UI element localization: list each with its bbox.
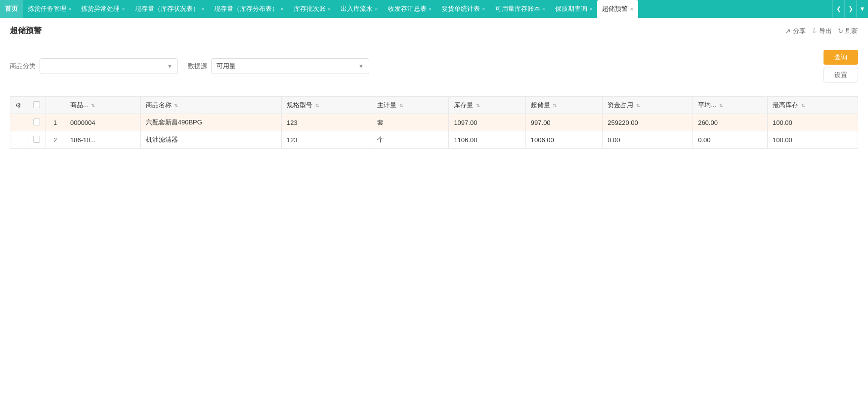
close-tab-pick-abnormal[interactable]: × <box>122 6 125 12</box>
gear-icon: ⚙ <box>15 102 21 109</box>
refresh-button[interactable]: ↻ 刷新 <box>838 27 858 36</box>
share-icon: ↗ <box>785 27 791 35</box>
nav-arrows-container: ❮ ❯ ▼ <box>832 0 868 18</box>
page-header: 超储预警 ↗ 分享 ⇩ 导出 ↻ 刷新 <box>10 26 858 36</box>
table-row: 1 0000004 六配套新昌490BPG 123 套 1097.00 997.… <box>10 114 858 131</box>
th-stock[interactable]: 库存量 ⇅ <box>449 97 525 114</box>
th-check[interactable] <box>28 97 45 114</box>
nav-tab-stock-dist[interactable]: 现存量（库存分布表） × <box>209 0 288 18</box>
top-navigation: 首页 拣货任务管理 × 拣货异常处理 × 现存量（库存状况表） × 现存量（库存… <box>0 0 868 18</box>
nav-next-arrow[interactable]: ❯ <box>844 0 856 18</box>
td-num-1: 1 <box>45 114 65 131</box>
share-button[interactable]: ↗ 分享 <box>785 27 806 36</box>
td-avg-2: 0.00 <box>693 131 768 149</box>
nav-tab-pick-abnormal[interactable]: 拣货异常处理 × <box>76 0 130 18</box>
main-content: 超储预警 ↗ 分享 ⇩ 导出 ↻ 刷新 商品分类 ▼ 数据源 <box>0 18 868 395</box>
nav-tab-batch[interactable]: 库存批次账 × <box>289 0 336 18</box>
nav-menu-arrow[interactable]: ▼ <box>856 0 868 18</box>
close-tab-summary[interactable]: × <box>429 6 432 12</box>
td-unit-2: 个 <box>372 131 448 149</box>
td-product-code-1: 0000004 <box>65 114 141 131</box>
category-filter: 商品分类 ▼ <box>10 58 178 74</box>
data-table: ⚙ 商品... ⇅ 商品名称 ⇅ 规格型号 ⇅ <box>10 96 858 149</box>
nav-home[interactable]: 首页 <box>0 0 23 18</box>
nav-tab-available[interactable]: 可用量库存账本 × <box>490 0 550 18</box>
nav-tab-inout[interactable]: 出入库流水 × <box>336 0 383 18</box>
th-unit[interactable]: 主计量 ⇅ <box>372 97 448 114</box>
close-tab-batch[interactable]: × <box>328 6 331 12</box>
sort-icon-stock: ⇅ <box>476 103 480 108</box>
refresh-icon: ↻ <box>838 27 843 35</box>
nav-tab-overstock[interactable]: 超储预警 × <box>597 0 638 18</box>
nav-tab-stock-status[interactable]: 现存量（库存状况表） × <box>130 0 209 18</box>
td-overstock-1: 997.00 <box>525 114 602 131</box>
action-buttons: 查询 设置 <box>824 50 858 82</box>
th-product-name[interactable]: 商品名称 ⇅ <box>140 97 281 114</box>
th-overstock[interactable]: 超储量 ⇅ <box>525 97 602 114</box>
td-capital-2: 0.00 <box>603 131 693 149</box>
td-overstock-2: 1006.00 <box>525 131 602 149</box>
close-tab-available[interactable]: × <box>542 6 545 12</box>
datasource-filter: 数据源 可用量 ▼ <box>188 58 369 74</box>
sort-icon-avg: ⇅ <box>719 103 723 108</box>
header-actions: ↗ 分享 ⇩ 导出 ↻ 刷新 <box>785 27 858 36</box>
settings-button[interactable]: 设置 <box>824 68 858 82</box>
close-tab-stock-dist[interactable]: × <box>280 6 283 12</box>
category-dropdown-arrow: ▼ <box>167 63 173 69</box>
nav-prev-arrow[interactable]: ❮ <box>832 0 844 18</box>
th-spec[interactable]: 规格型号 ⇅ <box>282 97 372 114</box>
nav-tab-quality[interactable]: 保质期查询 × <box>550 0 597 18</box>
filter-bar: 商品分类 ▼ 数据源 可用量 ▼ 查询 设置 <box>10 44 858 88</box>
datasource-dropdown-arrow: ▼ <box>358 63 364 69</box>
td-stock-1: 1097.00 <box>449 114 525 131</box>
datasource-label: 数据源 <box>188 62 207 71</box>
nav-tab-summary[interactable]: 收发存汇总表 × <box>383 0 436 18</box>
th-max-stock[interactable]: 最高库存 ⇅ <box>768 97 858 114</box>
td-spec-2: 123 <box>282 131 372 149</box>
th-capital[interactable]: 资金占用 ⇅ <box>603 97 693 114</box>
close-tab-stock-status[interactable]: × <box>201 6 204 12</box>
datasource-select[interactable]: 可用量 ▼ <box>211 58 369 74</box>
td-capital-1: 259220.00 <box>603 114 693 131</box>
td-unit-1: 套 <box>372 114 448 131</box>
category-select[interactable]: ▼ <box>40 58 178 74</box>
close-tab-order-stats[interactable]: × <box>482 6 485 12</box>
td-product-code-2: 186-10... <box>65 131 141 149</box>
td-check-1[interactable] <box>28 114 45 131</box>
td-gear-1 <box>10 114 28 131</box>
page-title: 超储预警 <box>10 26 42 36</box>
export-icon: ⇩ <box>812 27 817 35</box>
sort-icon-product-code: ⇅ <box>91 103 95 108</box>
category-label: 商品分类 <box>10 62 36 71</box>
sort-icon-spec: ⇅ <box>315 103 319 108</box>
td-gear-2 <box>10 131 28 149</box>
nav-tab-pick-task[interactable]: 拣货任务管理 × <box>23 0 76 18</box>
close-tab-inout[interactable]: × <box>375 6 378 12</box>
query-button[interactable]: 查询 <box>824 50 858 65</box>
td-max-stock-1: 100.00 <box>768 114 858 131</box>
close-tab-quality[interactable]: × <box>589 6 592 12</box>
td-num-2: 2 <box>45 131 65 149</box>
td-stock-2: 1106.00 <box>449 131 525 149</box>
sort-icon-unit: ⇅ <box>399 103 403 108</box>
nav-tab-order-stats[interactable]: 要货单统计表 × <box>436 0 490 18</box>
th-product-code[interactable]: 商品... ⇅ <box>65 97 141 114</box>
th-gear[interactable]: ⚙ <box>10 97 28 114</box>
close-tab-pick-task[interactable]: × <box>68 6 71 12</box>
row-checkbox-2[interactable] <box>33 136 40 143</box>
th-avg[interactable]: 平均... ⇅ <box>693 97 768 114</box>
header-checkbox[interactable] <box>33 101 40 108</box>
th-num <box>45 97 65 114</box>
close-tab-overstock[interactable]: × <box>630 6 633 12</box>
export-button[interactable]: ⇩ 导出 <box>812 27 832 36</box>
td-product-name-1: 六配套新昌490BPG <box>140 114 281 131</box>
table-header-row: ⚙ 商品... ⇅ 商品名称 ⇅ 规格型号 ⇅ <box>10 97 858 114</box>
td-check-2[interactable] <box>28 131 45 149</box>
sort-icon-capital: ⇅ <box>636 103 640 108</box>
sort-icon-max-stock: ⇅ <box>801 103 805 108</box>
td-max-stock-2: 100.00 <box>768 131 858 149</box>
row-checkbox-1[interactable] <box>33 118 40 125</box>
td-product-name-2: 机油滤清器 <box>140 131 281 149</box>
sort-icon-overstock: ⇅ <box>553 103 557 108</box>
td-avg-1: 260.00 <box>693 114 768 131</box>
